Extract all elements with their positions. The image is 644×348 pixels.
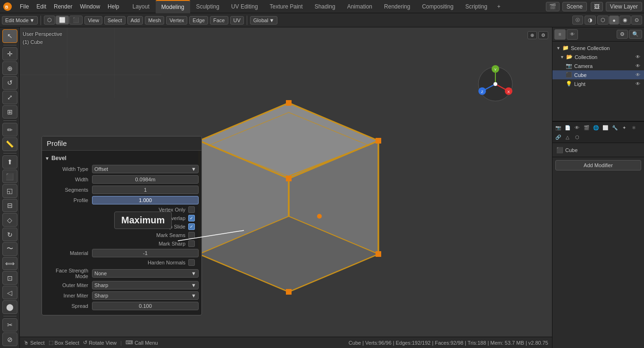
tool-shrink[interactable]: ⊡ (2, 271, 17, 285)
tool-extrude[interactable]: ⬆ (2, 155, 17, 169)
shading-btn[interactable]: ◑ (585, 16, 596, 25)
profile-value[interactable]: 1.000 (92, 196, 199, 204)
tool-edge-slide[interactable]: ⟺ (2, 257, 17, 271)
wireframe-btn[interactable]: ⬡ (597, 16, 609, 25)
tool-move[interactable]: ⊕ (2, 61, 17, 75)
tool-polybuild[interactable]: ◇ (2, 213, 17, 227)
inner-miter-dropdown[interactable]: Sharp ▼ (92, 291, 199, 300)
tool-transform[interactable]: ⊞ (2, 105, 17, 119)
prop-world-icon[interactable]: 🌐 (592, 123, 600, 132)
spread-value[interactable]: 0.100 (92, 302, 199, 310)
tool-bisect[interactable]: ⊘ (2, 332, 17, 346)
menu-file[interactable]: File (16, 2, 33, 11)
overlay-btn[interactable]: ⦾ (572, 16, 583, 25)
clamp-overlap-checkbox[interactable] (188, 215, 195, 221)
viewport-gizmo[interactable]: Y X Z (477, 65, 514, 103)
tab-texture-paint[interactable]: Texture Paint (264, 0, 309, 13)
tool-inset[interactable]: ⬛ (2, 170, 17, 183)
tool-select[interactable]: ↖ (2, 29, 17, 43)
outliner-search-btn[interactable]: 🔍 (629, 30, 642, 39)
segments-value[interactable]: 1 (92, 186, 199, 194)
scene-collection-expand[interactable]: ▼ (556, 46, 560, 51)
rendered-btn[interactable]: ⊙ (631, 16, 642, 25)
harden-normals-checkbox[interactable] (188, 259, 195, 266)
prop-data-icon[interactable]: △ (563, 133, 572, 141)
width-input[interactable]: 0.0984m (92, 175, 199, 184)
collection-expand[interactable]: ▼ (560, 55, 564, 59)
scene-icon-btn[interactable]: 🎬 (546, 2, 560, 11)
inner-miter-value[interactable]: Sharp ▼ (92, 291, 199, 300)
mark-sharp-checkbox[interactable] (188, 240, 195, 247)
material-value[interactable]: -1 (92, 249, 199, 257)
tab-layout[interactable]: Layout (127, 0, 155, 13)
tab-shading[interactable]: Shading (309, 0, 341, 13)
menu-window[interactable]: Window (76, 2, 104, 11)
menu-help[interactable]: Help (104, 2, 123, 11)
tool-scale[interactable]: ⤢ (2, 91, 17, 104)
face-menu[interactable]: Face (210, 16, 228, 25)
tool-knife[interactable]: ✂ (2, 318, 17, 332)
view-layer-btn[interactable]: View Layer (606, 2, 642, 11)
prop-particles-icon[interactable]: ✦ (620, 123, 628, 132)
tool-cursor[interactable]: ✛ (2, 47, 17, 61)
prop-object-icon[interactable]: ⬜ (601, 123, 610, 132)
menu-edit[interactable]: Edit (33, 2, 50, 11)
scene-selector-btn[interactable]: Scene (562, 2, 587, 11)
select-face-btn[interactable]: ⬛ (69, 16, 83, 25)
prop-view-icon[interactable]: 👁 (573, 123, 581, 132)
cube-item[interactable]: ⬛ Cube 👁 (552, 70, 644, 79)
material-input[interactable]: -1 (92, 249, 199, 257)
prop-render-icon[interactable]: 📷 (554, 123, 562, 132)
prop-output-icon[interactable]: 📄 (563, 123, 572, 132)
prop-modifier-icon[interactable]: 🔧 (611, 123, 619, 132)
select-vertex-btn[interactable]: ⬡ (44, 16, 55, 25)
width-type-dropdown[interactable]: Offset ▼ (92, 165, 199, 173)
light-eye[interactable]: 👁 (636, 81, 640, 86)
tool-rotate[interactable]: ↺ (2, 76, 17, 90)
tab-rendering[interactable]: Rendering (378, 0, 416, 13)
spread-input[interactable]: 0.100 (92, 302, 199, 310)
outliner-filter-btn[interactable]: ⚙ (617, 30, 628, 39)
prop-scene-icon[interactable]: 🎬 (582, 123, 591, 132)
mode-selector[interactable]: Edit Mode ▼ (2, 16, 38, 25)
width-value[interactable]: 0.0984m (92, 175, 199, 184)
width-type-value[interactable]: Offset ▼ (92, 165, 199, 173)
tool-bevel[interactable]: ◱ (2, 184, 17, 198)
select-edge-btn[interactable]: ⬜ (56, 16, 69, 25)
cube-label[interactable]: Cube (574, 72, 586, 78)
cube-eye[interactable]: 👁 (636, 72, 640, 77)
prop-material-icon[interactable]: ⬡ (573, 133, 581, 141)
viewport-props-btn[interactable]: ⚙ (538, 31, 548, 39)
prop-constraints-icon[interactable]: 🔗 (554, 133, 562, 141)
workspace-add-button[interactable]: + (493, 2, 504, 11)
tool-to-sphere[interactable]: ⬤ (2, 300, 17, 314)
collection-label[interactable]: Collection (575, 54, 597, 60)
segments-input[interactable]: 1 (92, 186, 199, 194)
viewport-snap-btn[interactable]: ⊕ (527, 31, 537, 39)
tab-scripting[interactable]: Scripting (460, 0, 493, 13)
viewport[interactable]: User Perspective (1) Cube (20, 27, 552, 348)
tool-loopcut[interactable]: ⊟ (2, 199, 17, 212)
tab-compositing[interactable]: Compositing (416, 0, 459, 13)
select-menu[interactable]: Select (104, 16, 125, 25)
view-layer-icon-btn[interactable]: 🖼 (591, 2, 603, 11)
camera-eye[interactable]: 👁 (636, 63, 640, 68)
tool-measure[interactable]: 📏 (2, 137, 17, 151)
outer-miter-dropdown[interactable]: Sharp ▼ (92, 281, 199, 289)
profile-input[interactable]: 1.000 (92, 196, 199, 204)
solid-btn[interactable]: ● (609, 16, 619, 25)
mark-seams-checkbox[interactable] (188, 232, 195, 238)
vertex-only-checkbox[interactable] (188, 206, 195, 213)
add-menu[interactable]: Add (127, 16, 143, 25)
mesh-menu[interactable]: Mesh (145, 16, 164, 25)
add-modifier-btn[interactable]: Add Modifier (555, 160, 641, 170)
transform-orientation[interactable]: Global ▼ (250, 16, 278, 25)
tab-modeling[interactable]: Modeling (156, 0, 190, 13)
tab-sculpting[interactable]: Sculpting (191, 0, 225, 13)
camera-label[interactable]: Camera (574, 63, 593, 69)
edge-menu[interactable]: Edge (189, 16, 208, 25)
tool-spin[interactable]: ↻ (2, 228, 17, 241)
face-strength-dropdown[interactable]: None ▼ (92, 269, 199, 278)
tab-animation[interactable]: Animation (342, 0, 378, 13)
view-menu[interactable]: View (84, 16, 102, 25)
